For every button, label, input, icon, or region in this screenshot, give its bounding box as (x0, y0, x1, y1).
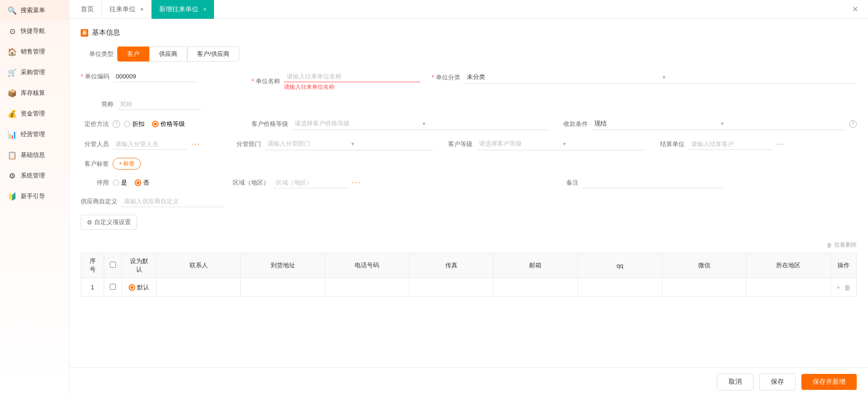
delete-row-button[interactable]: 🗑 (844, 284, 851, 291)
sidebar: 🔍 搜索菜单 ⊙ 快捷导航 🏠 销售管理 🛒 采购管理 📦 库存核算 💰 资金管… (0, 0, 69, 396)
unit-category-field: 单位分类 未分类 ▼ (432, 71, 857, 84)
sidebar-label-inventory: 库存核算 (21, 89, 45, 97)
sidebar-item-operations[interactable]: 📊 经营管理 (0, 124, 69, 145)
tab-partners[interactable]: 往来单位 × (102, 0, 152, 19)
radio-disabled-no[interactable]: 否 (135, 179, 149, 187)
unit-type-supplier[interactable]: 供应商 (149, 47, 187, 62)
unit-name-error: 请输入往来单位名称 (284, 83, 420, 91)
phone-input[interactable] (331, 282, 404, 293)
save-button[interactable]: 保存 (759, 373, 796, 390)
col-qq: qq (578, 253, 662, 278)
inventory-icon: 📦 (8, 88, 17, 98)
add-row-button[interactable]: + (837, 284, 840, 291)
radio-yes-label: 是 (121, 179, 127, 187)
save-and-new-button[interactable]: 保存并新增 (801, 374, 857, 390)
unit-category-select[interactable]: 未分类 ▼ (464, 71, 857, 84)
settlement-unit-input[interactable] (688, 139, 773, 150)
add-tag-button[interactable]: + 标签 (113, 158, 141, 170)
row-contact[interactable] (156, 278, 241, 297)
section-icon: 基 (81, 29, 88, 37)
settlement-more-icon[interactable]: ··· (777, 140, 785, 148)
sidebar-item-search[interactable]: 🔍 搜索菜单 (0, 0, 69, 21)
address-input[interactable] (246, 282, 319, 293)
manager-more-icon[interactable]: ··· (191, 140, 200, 148)
row-region-input[interactable] (752, 282, 825, 293)
customer-price-level-select[interactable]: 请选择客户价格等级 ▼ (292, 117, 548, 130)
row-email[interactable] (494, 278, 578, 297)
tab-partners-close[interactable]: × (140, 6, 144, 13)
row-actions-cell: + 🗑 (830, 278, 856, 297)
sidebar-item-quicknav[interactable]: ⊙ 快捷导航 (0, 21, 69, 41)
customer-level-label: 客户等级 (444, 140, 472, 148)
fax-input[interactable] (415, 282, 488, 293)
supplier-custom-input[interactable] (121, 196, 224, 207)
unit-name-wrapper: 请输入往来单位名称 (284, 71, 420, 91)
section-header: 基 基本信息 (81, 28, 857, 37)
qq-input[interactable] (584, 282, 656, 293)
region-input[interactable] (273, 177, 348, 188)
radio-price-level[interactable]: 价格等级 (152, 120, 185, 128)
remarks-input[interactable] (582, 177, 723, 188)
customer-level-select[interactable]: 请选择客户等级 ▼ (476, 138, 645, 150)
radio-disabled-yes[interactable]: 是 (113, 179, 127, 187)
unit-name-input[interactable] (284, 71, 420, 82)
unit-type-customer[interactable]: 客户 (117, 47, 149, 62)
main-area: 首页 往来单位 × 新增往来单位 × ✕ 基 基本信息 单位类型 客户 供应商 (69, 0, 868, 396)
row-phone[interactable] (325, 278, 410, 297)
short-name-field: 简称 (81, 99, 240, 110)
department-select[interactable]: 请输入分管部门 ▼ (265, 138, 433, 150)
manager-field: 分管人员 ··· (81, 139, 221, 150)
contact-input[interactable] (162, 282, 235, 293)
disabled-field: 停用 是 否 (81, 179, 221, 187)
unit-code-input[interactable] (113, 71, 198, 82)
sidebar-label-purchase: 采购管理 (21, 68, 45, 77)
unit-code-label: 单位编码 (81, 72, 109, 81)
window-close-button[interactable]: ✕ (845, 0, 864, 19)
manager-input[interactable] (113, 139, 188, 150)
unit-type-both[interactable]: 客户/供应商 (187, 47, 239, 62)
wechat-input[interactable] (668, 282, 741, 293)
select-all-checkbox[interactable] (110, 262, 116, 268)
unit-type-label: 单位类型 (81, 50, 114, 58)
custom-settings-button[interactable]: ⚙ 自定义项设置 (81, 215, 137, 230)
manager-label: 分管人员 (81, 140, 109, 148)
payment-help-icon[interactable]: ? (849, 120, 857, 128)
custom-settings-wrapper: ⚙ 自定义项设置 (81, 215, 857, 230)
pricing-help-icon[interactable]: ? (113, 120, 120, 128)
trash-icon: 🗑 (827, 242, 832, 248)
tab-new-partner-label: 新增往来单位 (159, 5, 198, 14)
sidebar-item-finance[interactable]: 💰 资金管理 (0, 103, 69, 124)
customer-level-field: 客户等级 请选择客户等级 ▼ (444, 138, 645, 150)
sidebar-item-inventory[interactable]: 📦 库存核算 (0, 83, 69, 103)
payment-terms-select[interactable]: 现结 ▼ (592, 117, 845, 130)
email-input[interactable] (499, 282, 572, 293)
sidebar-item-purchase[interactable]: 🛒 采购管理 (0, 62, 69, 83)
tab-new-partner[interactable]: 新增往来单位 × (152, 0, 214, 19)
row-default-radio[interactable]: 默认 (128, 283, 151, 292)
sidebar-item-guide[interactable]: 🔰 新手引导 (0, 186, 69, 207)
row-pricing: 定价方法 ? 折扣 价格等级 客户价格等级 请选择客户价格等级 (81, 117, 857, 130)
row-supplier-custom: 供应商自定义 (81, 196, 857, 207)
row-address[interactable] (241, 278, 325, 297)
sidebar-item-basic[interactable]: 📋 基础信息 (0, 145, 69, 165)
payment-terms-label: 收款条件 (560, 120, 588, 128)
row-region[interactable] (746, 278, 831, 297)
batch-delete-button[interactable]: 🗑 批量删除 (827, 241, 857, 249)
row-fax[interactable] (409, 278, 494, 297)
payment-chevron-icon: ▼ (720, 121, 843, 126)
radio-discount[interactable]: 折扣 (124, 120, 145, 128)
row-qq[interactable] (578, 278, 662, 297)
tab-home[interactable]: 首页 (73, 0, 102, 19)
short-name-input[interactable] (117, 99, 202, 110)
row-wechat[interactable] (662, 278, 746, 297)
customer-tags-field: 客户标签 + 标签 (81, 158, 857, 170)
row-checkbox[interactable] (110, 284, 116, 290)
department-chevron-icon: ▼ (350, 141, 431, 147)
radio-no-label: 否 (143, 179, 149, 187)
tab-new-partner-close[interactable]: × (203, 6, 206, 13)
sidebar-item-system[interactable]: ⚙ 系统管理 (0, 165, 69, 186)
region-more-icon[interactable]: ··· (352, 179, 361, 187)
radio-price-level-circle (152, 121, 159, 127)
cancel-button[interactable]: 取消 (717, 373, 754, 390)
sidebar-item-sales[interactable]: 🏠 销售管理 (0, 41, 69, 62)
